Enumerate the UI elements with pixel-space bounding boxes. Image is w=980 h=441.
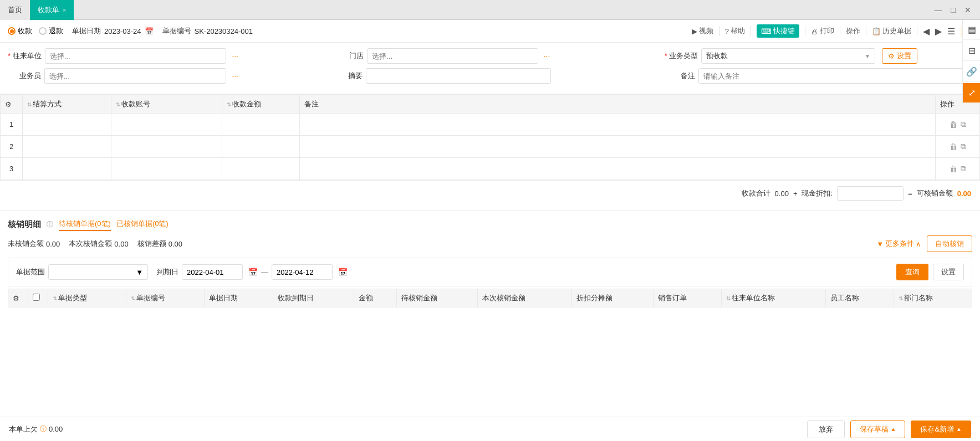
save-new-button[interactable]: 保存&新增 ▲ — [911, 421, 971, 438]
query-button[interactable]: 查询 — [896, 264, 928, 280]
delete-icon[interactable]: 🗑 — [950, 142, 957, 151]
settlement-input[interactable] — [23, 158, 111, 180]
cell-account[interactable] — [111, 114, 222, 136]
cell-note[interactable] — [300, 136, 936, 158]
help-button[interactable]: ? 帮助 — [725, 26, 745, 36]
select-all-checkbox[interactable] — [33, 294, 40, 301]
tab-home[interactable]: 首页 — [0, 0, 30, 20]
counterpart-more-icon[interactable]: ··· — [229, 52, 241, 60]
reconcile-settings-button[interactable]: 设置 — [933, 264, 964, 280]
range-field: 单据范围 ▼ — [16, 264, 148, 280]
radio-refund[interactable]: 退款 — [39, 26, 63, 36]
settlement-input[interactable] — [23, 114, 111, 135]
salesman-more-icon[interactable]: ··· — [229, 71, 241, 80]
cell-account[interactable] — [111, 158, 222, 180]
account-input[interactable] — [111, 136, 222, 157]
row-num: 1 — [1, 114, 23, 136]
cell-note[interactable] — [300, 158, 936, 180]
divider6 — [917, 26, 917, 36]
abandon-button[interactable]: 放弃 — [807, 421, 845, 438]
copy-icon[interactable]: ⧉ — [961, 120, 966, 129]
cell-amount[interactable] — [222, 158, 300, 180]
table-settings-icon: ⚙ — [5, 100, 12, 109]
toolbar: 收款 退款 单据日期 2023-03-24 📅 单据编号 SK-20230324… — [0, 20, 980, 43]
remark-field: 备注 — [662, 68, 972, 84]
history-button[interactable]: 📋 历史单据 — [872, 26, 911, 36]
cash-discount-input[interactable] — [837, 186, 904, 201]
remark-input[interactable] — [698, 68, 972, 84]
counterpart-input[interactable] — [45, 48, 227, 64]
account-input[interactable] — [111, 114, 222, 135]
amount-input[interactable] — [222, 114, 299, 135]
account-input[interactable] — [111, 158, 222, 180]
abstract-input[interactable] — [366, 68, 551, 84]
note-input[interactable] — [300, 158, 935, 180]
cell-settlement[interactable] — [23, 136, 111, 158]
calendar-icon[interactable]: 📅 — [145, 27, 154, 35]
summary-equals: = — [908, 189, 912, 198]
range-select[interactable]: ▼ — [48, 264, 148, 280]
store-more-icon[interactable]: ··· — [542, 52, 553, 60]
footer-actions: 放弃 保存草稿 ▲ 保存&新增 ▲ — [807, 421, 971, 438]
radio-receipt[interactable]: 收款 — [8, 26, 32, 36]
delete-icon[interactable]: 🗑 — [950, 120, 957, 129]
nav-right-icon[interactable]: ▶ — [935, 26, 942, 37]
sidebar-icon-1[interactable]: ▤ — [963, 20, 980, 40]
sidebar-icon-2[interactable]: ⊟ — [963, 41, 980, 61]
store-input[interactable] — [367, 48, 538, 64]
bth-employee: 员工名称 — [825, 289, 894, 307]
bth-sales-order-label: 销售订单 — [658, 294, 687, 302]
copy-icon[interactable]: ⧉ — [961, 142, 966, 151]
cell-settlement[interactable] — [23, 114, 111, 136]
more-conditions-button[interactable]: ▼ 更多条件 ∧ — [876, 239, 921, 249]
bth-settings[interactable]: ⚙ — [8, 289, 28, 307]
salesman-input[interactable] — [44, 68, 226, 84]
footer-current-label: 本单上欠 — [9, 424, 38, 434]
tab-close-icon[interactable]: × — [63, 0, 66, 20]
due-date-field: 到期日 📅 — 📅 — [157, 264, 348, 280]
sidebar-icon-4[interactable]: ⤢ — [963, 83, 980, 103]
note-input[interactable] — [300, 114, 935, 135]
copy-icon[interactable]: ⧉ — [961, 164, 966, 173]
amount-input[interactable] — [222, 158, 299, 180]
th-note-label: 备注 — [304, 100, 319, 108]
cell-account[interactable] — [111, 136, 222, 158]
tab-pending[interactable]: 待核销单据(0笔) — [59, 218, 111, 231]
minimize-button[interactable]: — — [932, 6, 945, 14]
maximize-button[interactable]: □ — [949, 6, 958, 14]
table-section: ⚙ ⇅结算方式 ⇅收款账号 ⇅收款金额 备注 操作 1 🗑 ⧉ — [0, 94, 980, 180]
date-from-input[interactable] — [182, 264, 243, 280]
th-settings[interactable]: ⚙ — [1, 95, 23, 114]
video-button[interactable]: ▶ 视频 — [692, 26, 713, 36]
nav-left-icon[interactable]: ◀ — [923, 26, 930, 37]
note-input[interactable] — [300, 136, 935, 157]
close-button[interactable]: ✕ — [962, 6, 973, 14]
calendar-from-icon[interactable]: 📅 — [248, 268, 258, 276]
delete-icon[interactable]: 🗑 — [950, 165, 957, 173]
list-view-icon[interactable]: ☰ — [947, 26, 955, 37]
bth-checkbox[interactable] — [28, 289, 48, 307]
shortcut-button[interactable]: ⌨ 快捷键 — [757, 24, 799, 38]
calendar-to-icon[interactable]: 📅 — [338, 268, 348, 276]
sidebar-icon-3[interactable]: 🔗 — [963, 62, 980, 82]
biz-type-chevron-icon: ▼ — [865, 53, 870, 59]
operation-button[interactable]: 操作 — [846, 26, 860, 36]
settings-button[interactable]: ⚙ 设置 — [882, 48, 917, 64]
bth-employee-label: 员工名称 — [830, 294, 859, 302]
cell-note[interactable] — [300, 114, 936, 136]
cell-amount[interactable] — [222, 136, 300, 158]
print-button[interactable]: 🖨 打印 — [811, 26, 834, 36]
auto-reconcile-button[interactable]: 自动核销 — [927, 235, 972, 252]
tab-done[interactable]: 已核销单据(0笔) — [116, 218, 169, 231]
date-to-input[interactable] — [272, 264, 333, 280]
cell-settlement[interactable] — [23, 158, 111, 180]
tab-receipt[interactable]: 收款单 × — [30, 0, 74, 20]
date-field: 单据日期 2023-03-24 📅 — [72, 26, 154, 36]
amount-input[interactable] — [222, 136, 299, 157]
biz-type-select[interactable]: 预收款 ▼ — [701, 48, 875, 64]
cell-amount[interactable] — [222, 114, 300, 136]
save-draft-button[interactable]: 保存草稿 ▲ — [850, 421, 906, 438]
date-label: 单据日期 — [72, 26, 101, 36]
settlement-input[interactable] — [23, 136, 111, 157]
divider3 — [805, 26, 805, 36]
